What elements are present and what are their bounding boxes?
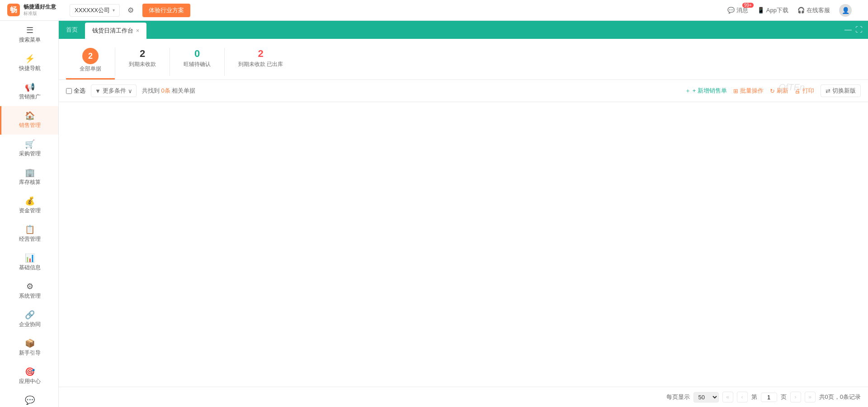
experience-btn[interactable]: 体验行业方案	[142, 4, 190, 17]
print-icon: 🖨	[795, 88, 801, 94]
stat-tab-wangwang[interactable]: 0 旺辅待确认	[170, 44, 224, 80]
first-page-button[interactable]: «	[722, 392, 733, 402]
sidebar-item-app-center[interactable]: 🎯 应用中心	[0, 362, 58, 391]
tab-home[interactable]: 首页	[59, 21, 85, 39]
content-inner: 2 全部单据 2 到期未收款 0 旺辅待确认 2 到期未收款 已出库	[59, 39, 868, 407]
sidebar-item-system[interactable]: ⚙ 系统管理	[0, 277, 58, 305]
tab-workbench-label: 钱货日清工作台	[92, 27, 133, 35]
per-page-select[interactable]: 50 10 20 100	[693, 392, 719, 402]
tab-actions: — ⛶	[844, 26, 868, 34]
select-all-checkbox[interactable]: 全选	[66, 87, 85, 95]
stat-label-wangwang: 旺辅待确认	[184, 61, 211, 68]
sidebar-label-app-center: 应用中心	[19, 378, 41, 385]
total-records: 共0页，0条记录	[819, 393, 861, 401]
service-icon: 🎧	[797, 7, 805, 14]
maximize-icon[interactable]: ⛶	[855, 26, 863, 34]
sidebar-item-finance[interactable]: 💰 资金管理	[0, 192, 58, 220]
tab-close-icon[interactable]: ×	[136, 28, 139, 34]
system-icon: ⚙	[26, 282, 33, 290]
stat-label-overdue-out: 到期未收款 已出库	[238, 61, 283, 68]
tab-workbench[interactable]: 钱货日清工作台 ×	[85, 23, 146, 39]
sidebar-label-finance: 资金管理	[19, 207, 41, 215]
add-icon: ＋	[685, 87, 691, 95]
refresh-label: 刷新	[777, 87, 788, 95]
search-menu-icon: ☰	[26, 26, 33, 34]
sidebar-item-inventory[interactable]: 🏢 库存核算	[0, 163, 58, 192]
sidebar-item-quick-nav[interactable]: ⚡ 快捷导航	[0, 49, 58, 78]
sidebar-item-guide[interactable]: 📦 新手引导	[0, 334, 58, 362]
sidebar-label-purchase: 采购管理	[19, 150, 41, 158]
sidebar: ☰ 搜索菜单 ⚡ 快捷导航 📢 营销推广 🏠 销售管理 🛒 采购管理 🏢 库存核…	[0, 21, 59, 407]
sidebar-item-purchase[interactable]: 🛒 采购管理	[0, 135, 58, 163]
sidebar-item-wecom[interactable]: 💬 企业微信	[0, 391, 58, 407]
print-label: 打印	[802, 87, 814, 95]
wecom-icon: 💬	[25, 396, 35, 404]
purchase-icon: 🛒	[25, 140, 35, 148]
inventory-icon: 🏢	[25, 168, 35, 177]
per-page-label: 每页显示	[666, 393, 690, 401]
sidebar-item-basic-info[interactable]: 📊 基础信息	[0, 248, 58, 277]
add-sales-button[interactable]: ＋ + 新增销售单	[685, 87, 727, 95]
online-service-button[interactable]: 🎧 在线客服	[797, 6, 830, 14]
logo-text-block: 畅捷通好生意 标准版	[24, 4, 56, 16]
page-label: 第	[751, 393, 757, 401]
select-all-input[interactable]	[66, 88, 72, 94]
sidebar-item-enterprise[interactable]: 🔗 企业协同	[0, 305, 58, 334]
finance-icon: 💰	[25, 197, 35, 205]
minimize-icon[interactable]: —	[844, 26, 852, 34]
company-selector[interactable]: XXXXXX公司 ▾	[70, 4, 120, 17]
main-layout: ☰ 搜索菜单 ⚡ 快捷导航 📢 营销推广 🏠 销售管理 🛒 采购管理 🏢 库存核…	[0, 21, 868, 407]
message-badge: 99+	[742, 3, 754, 8]
sidebar-item-operations[interactable]: 📋 经营管理	[0, 220, 58, 248]
sidebar-label-system: 系统管理	[19, 292, 41, 300]
sidebar-label-quick-nav: 快捷导航	[19, 65, 41, 72]
stat-count-wangwang: 0	[194, 48, 200, 60]
tab-home-label: 首页	[66, 26, 78, 34]
filter-button[interactable]: ▼ 更多条件 ∨	[91, 84, 137, 97]
toolbar-right: ＋ + 新增销售单 ⊞ 批量操作 ↻ 刷新 🖨 打印	[685, 84, 861, 97]
sidebar-item-search-menu[interactable]: ☰ 搜索菜单	[0, 21, 58, 49]
filter-label: 更多条件	[103, 87, 126, 95]
switch-version-button[interactable]: ⇄ 切换新版	[821, 84, 861, 97]
batch-ops-button[interactable]: ⊞ 批量操作	[733, 87, 764, 95]
app-download-button[interactable]: 📱 App下载	[757, 6, 788, 14]
message-button[interactable]: 💬 消息 99+	[727, 6, 748, 14]
marketing-icon: 📢	[25, 83, 35, 91]
last-page-button[interactable]: »	[805, 392, 816, 402]
print-button[interactable]: 🖨 打印	[795, 87, 814, 95]
next-page-button[interactable]: ›	[790, 392, 801, 402]
settings-button[interactable]: ⚙	[124, 4, 137, 17]
stat-tab-overdue-out[interactable]: 2 到期未收款 已出库	[225, 44, 297, 80]
stat-tab-overdue[interactable]: 2 到期未收款	[115, 44, 170, 80]
stat-label-overdue: 到期未收款	[129, 61, 156, 68]
sidebar-label-inventory: 库存核算	[19, 178, 41, 186]
avatar[interactable]: 👤	[839, 4, 852, 17]
app-center-icon: 🎯	[25, 368, 35, 376]
sidebar-label-marketing: 营销推广	[19, 93, 41, 101]
enterprise-icon: 🔗	[25, 311, 35, 319]
sidebar-item-sales[interactable]: 🏠 销售管理	[0, 106, 58, 135]
sidebar-item-marketing[interactable]: 📢 营销推广	[0, 78, 58, 106]
basic-info-icon: 📊	[25, 254, 35, 262]
sidebar-label-operations: 经营管理	[19, 235, 41, 243]
page-input[interactable]	[761, 393, 777, 402]
found-text: 共找到 0条 相关单据	[142, 87, 195, 95]
logo-icon: 畅	[7, 4, 20, 16]
filter-chevron-icon: ∨	[128, 88, 132, 94]
found-count: 0条	[161, 87, 170, 94]
app-download-icon: 📱	[757, 7, 764, 14]
sidebar-label-basic-info: 基础信息	[19, 264, 41, 271]
logo-title: 畅捷通好生意	[24, 4, 56, 10]
add-sales-label: + 新增销售单	[693, 87, 727, 95]
chevron-down-icon: ▾	[113, 8, 115, 13]
refresh-icon: ↻	[770, 88, 775, 94]
sidebar-label-enterprise: 企业协同	[19, 321, 41, 328]
stat-tab-all[interactable]: 2 全部单据	[66, 44, 115, 80]
sidebar-label-search-menu: 搜索菜单	[19, 36, 41, 44]
stat-count-overdue-out: 2	[258, 48, 264, 60]
operations-icon: 📋	[25, 225, 35, 234]
prev-page-button[interactable]: ‹	[737, 392, 748, 402]
stat-label-all: 全部单据	[80, 65, 101, 73]
sales-icon: 🏠	[25, 112, 35, 120]
refresh-button[interactable]: ↻ 刷新	[770, 87, 788, 95]
